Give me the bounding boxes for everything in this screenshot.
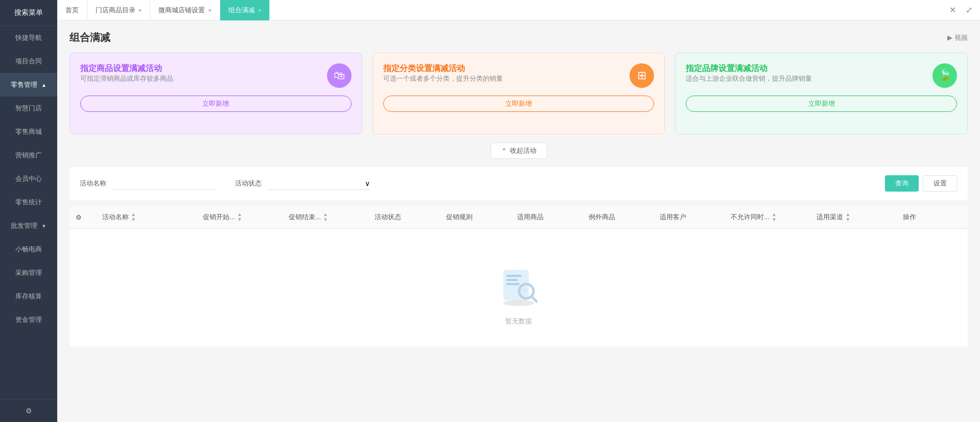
tab-combo-discount[interactable]: 组合满减 × [220,0,270,20]
th-applicable-goods: 适用商品 [511,213,582,222]
activity-name-input[interactable] [112,177,215,190]
video-link[interactable]: ▶ 视频 [947,33,968,42]
sort-icon: ▲▼ [131,212,136,222]
th-label: 不允许同时... [731,213,769,222]
chevron-up-icon: ▲ [41,82,46,88]
sort-icon: ▲▼ [323,212,328,222]
tab-combo-discount-label: 组合满减 [228,6,255,15]
th-promo-start[interactable]: 促销开始... ▲▼ [197,212,283,222]
video-label: 视频 [954,33,968,42]
sort-icon: ▲▼ [845,212,850,222]
activity-name-field: 活动名称 [80,177,215,190]
activity-status-label: 活动状态 [235,179,262,188]
tab-store-catalog-label: 门店商品目录 [96,6,135,15]
table-header: ⚙ 活动名称 ▲▼ 促销开始... ▲▼ 促销结束... ▲▼ 活动状态 [69,206,968,229]
category-promo-card: 指定分类设置满减活动 可选一个或者多个分类，提升分类的销量 ⊞ 立即新增 [372,53,665,134]
card-content-left: 指定品牌设置满减活动 适合与上游企业联合做营销，提升品牌销量 [686,63,812,91]
page-header: 组合满减 ▶ 视频 [69,31,968,44]
tab-store-catalog[interactable]: 门店商品目录 × [87,0,150,20]
sort-icon: ▲▼ [237,212,242,222]
svg-point-0 [503,300,534,306]
th-promo-end[interactable]: 促销结束... ▲▼ [283,212,368,222]
svg-point-7 [522,288,527,293]
tab-bar: 首页 门店商品目录 × 微商城店铺设置 × 组合满减 × ✕ ⤢ [57,0,980,20]
tab-home[interactable]: 首页 [57,0,87,20]
activity-status-field: 活动状态 ∨ [235,177,370,190]
category-card-add-button[interactable]: 立即新增 [383,96,655,112]
close-window-button[interactable]: ✕ [946,4,959,16]
maximize-window-button[interactable]: ⤢ [963,4,975,16]
close-tab-combo-discount[interactable]: × [258,7,261,13]
sidebar-item-smart-store[interactable]: 智慧门店 [0,97,57,120]
sidebar-item-inventory[interactable]: 库存核算 [0,285,57,308]
product-card-add-button[interactable]: 立即新增 [80,96,352,112]
chevron-down-icon: ▼ [41,223,46,229]
th-activity-name[interactable]: 活动名称 ▲▼ [96,212,197,222]
th-label: 操作 [903,213,916,222]
card-content-left: 指定分类设置满减活动 可选一个或者多个分类，提升分类的销量 [383,63,503,91]
svg-rect-2 [506,275,522,277]
empty-state: 暂无数据 [69,229,968,346]
category-card-icon: ⊞ [629,63,654,88]
activity-name-label: 活动名称 [80,179,106,188]
empty-icon [493,260,544,311]
empty-text: 暂无数据 [505,317,532,326]
th-label: 例外商品 [589,213,615,222]
brand-card-add-button[interactable]: 立即新增 [686,96,957,112]
tab-wechat-store-label: 微商城店铺设置 [158,6,205,15]
brand-card-icon: 🍃 [932,63,957,88]
tab-wechat-store[interactable]: 微商城店铺设置 × [150,0,220,20]
collapse-label: 收起活动 [510,146,536,155]
product-card-title: 指定商品设置满减活动 [80,63,173,74]
sidebar-item-funds-mgmt[interactable]: 资金管理 [0,308,57,332]
svg-line-6 [531,296,536,301]
main-area: 首页 门店商品目录 × 微商城店铺设置 × 组合满减 × ✕ ⤢ 组合满减 ▶ … [57,0,980,422]
sidebar-item-wholesale-mgmt[interactable]: 批发管理 ▼ [0,214,57,238]
query-button[interactable]: 查询 [885,175,919,192]
chevron-up-icon: ⌃ [501,147,507,155]
sidebar-item-xiaochang-ecom[interactable]: 小畅电商 [0,238,57,261]
sidebar-item-retail-mgmt[interactable]: 零售管理 ▲ [0,73,57,97]
th-gear[interactable]: ⚙ [69,214,96,221]
sidebar-item-label: 批发管理 [11,221,37,230]
th-label: 活动名称 [102,213,129,222]
brand-promo-card: 指定品牌设置满减活动 适合与上游企业联合做营销，提升品牌销量 🍃 立即新增 [675,53,968,134]
card-content-left: 指定商品设置满减活动 可指定滞销商品或库存较多商品 [80,63,173,91]
th-applicable-customer: 适用客户 [654,213,725,222]
sidebar: 搜索菜单 快捷导航 项目合同 零售管理 ▲ 智慧门店 零售商城 营销推广 会员中… [0,0,57,422]
th-promo-rule: 促销规则 [440,213,511,222]
th-label: 促销结束... [289,213,321,222]
settings-button[interactable]: ⚙ [0,399,57,422]
sidebar-item-project-contract[interactable]: 项目合同 [0,50,57,73]
settings-list-button[interactable]: 设置 [923,175,958,192]
sidebar-item-marketing[interactable]: 营销推广 [0,144,57,167]
page-title: 组合满减 [69,31,110,44]
sidebar-item-retail-mall[interactable]: 零售商城 [0,120,57,144]
product-card-desc: 可指定滞销商品或库存较多商品 [80,74,173,83]
th-no-duplicate[interactable]: 不允许同时... ▲▼ [725,212,810,222]
search-actions: 查询 设置 [885,175,958,192]
close-tab-store-catalog[interactable]: × [138,7,142,13]
category-card-desc: 可选一个或者多个分类，提升分类的销量 [383,74,503,83]
sidebar-item-purchase-mgmt[interactable]: 采购管理 [0,261,57,285]
tab-actions: ✕ ⤢ [946,4,980,16]
activity-status-select[interactable]: ∨ [268,177,370,190]
th-action: 操作 [897,213,968,222]
brand-card-title: 指定品牌设置满减活动 [686,63,812,74]
collapse-button[interactable]: ⌃ 收起活动 [491,143,547,159]
product-promo-card: 指定商品设置满减活动 可指定滞销商品或库存较多商品 🛍 立即新增 [69,53,362,134]
card-top: 指定品牌设置满减活动 适合与上游企业联合做营销，提升品牌销量 🍃 [686,63,957,91]
sidebar-item-member-center[interactable]: 会员中心 [0,167,57,191]
th-label: 适用渠道 [816,213,843,222]
sidebar-search[interactable]: 搜索菜单 [0,0,57,26]
th-activity-status: 活动状态 [368,213,439,222]
sidebar-item-retail-stats[interactable]: 零售统计 [0,191,57,214]
sidebar-item-label: 零售管理 [11,80,37,89]
th-label: 活动状态 [375,213,401,222]
th-applicable-channel[interactable]: 适用渠道 ▲▼ [810,212,896,222]
play-icon: ▶ [947,34,952,41]
brand-card-desc: 适合与上游企业联合做营销，提升品牌销量 [686,74,812,83]
close-tab-wechat-store[interactable]: × [208,7,211,13]
sidebar-item-quick-nav[interactable]: 快捷导航 [0,26,57,50]
th-except-goods: 例外商品 [582,213,654,222]
